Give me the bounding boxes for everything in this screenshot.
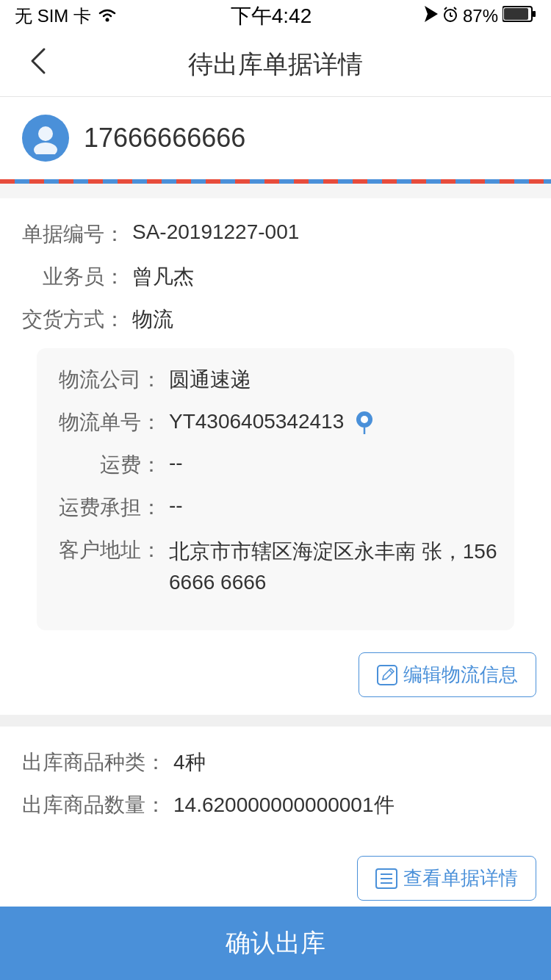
goods-section: 出库商品种类： 4种 出库商品数量： 14.620000000000001件 (0, 727, 551, 841)
map-pin-icon[interactable] (351, 408, 378, 435)
alarm-icon (442, 6, 458, 26)
customer-phone: 17666666666 (84, 123, 245, 154)
svg-line-6 (454, 7, 456, 10)
confirm-button[interactable]: 确认出库 (0, 907, 551, 980)
address-value: 北京市市辖区海淀区永丰南 张，156 6666 6666 (169, 536, 500, 598)
svg-rect-9 (533, 11, 536, 17)
status-right: 87% (425, 6, 536, 26)
goods-type-label: 出库商品种类： (22, 749, 166, 777)
basic-info-section: 单据编号： SA-20191227-001 业务员： 曾凡杰 交货方式： 物流 … (0, 198, 551, 638)
salesman-label: 业务员： (22, 263, 125, 291)
logistics-card: 物流公司： 圆通速递 物流单号： YT4306405342413 运费： -- (37, 348, 514, 630)
status-bar: 无 SIM 卡 下午4:42 87% (0, 0, 551, 32)
goods-quantity-value: 14.620000000000001件 (173, 791, 529, 819)
goods-quantity-row: 出库商品数量： 14.620000000000001件 (22, 791, 529, 819)
svg-point-11 (34, 143, 57, 154)
back-button[interactable] (22, 39, 54, 90)
wifi-icon (97, 6, 118, 26)
logistics-company-label: 物流公司： (51, 366, 162, 394)
svg-rect-8 (504, 8, 528, 20)
delivery-row: 交货方式： 物流 (22, 306, 529, 334)
freight-bearer-label: 运费承担： (51, 494, 162, 522)
address-label: 客户地址： (51, 536, 162, 564)
order-no-value: SA-20191227-001 (132, 220, 529, 244)
status-time: 下午4:42 (231, 2, 312, 30)
logistics-tracking-row: 物流单号： YT4306405342413 (51, 408, 500, 436)
salesman-row: 业务员： 曾凡杰 (22, 263, 529, 291)
delivery-label: 交货方式： (22, 306, 125, 334)
edit-logistics-button[interactable]: 编辑物流信息 (359, 652, 536, 697)
edit-icon (377, 665, 397, 685)
list-icon (375, 868, 397, 889)
svg-point-0 (106, 18, 109, 22)
logistics-tracking-label: 物流单号： (51, 408, 162, 436)
page-title: 待出库单据详情 (188, 48, 363, 82)
goods-type-value: 4种 (173, 749, 529, 777)
nav-bar: 待出库单据详情 (0, 32, 551, 97)
view-details-button[interactable]: 查看单据详情 (357, 856, 536, 901)
content: 17666666666 单据编号： SA-20191227-001 业务员： 曾… (0, 97, 551, 980)
freight-bearer-row: 运费承担： -- (51, 494, 500, 522)
freight-row: 运费： -- (51, 451, 500, 479)
svg-rect-15 (378, 666, 397, 685)
logistics-company-row: 物流公司： 圆通速递 (51, 366, 500, 394)
svg-point-10 (38, 126, 53, 141)
status-left: 无 SIM 卡 (15, 4, 118, 28)
view-details-label: 查看单据详情 (403, 865, 518, 891)
svg-marker-1 (425, 6, 438, 22)
dashed-divider (0, 179, 551, 184)
freight-bearer-value: -- (169, 494, 500, 517)
battery-icon (503, 6, 536, 26)
order-no-row: 单据编号： SA-20191227-001 (22, 220, 529, 248)
customer-header: 17666666666 (0, 97, 551, 179)
confirm-label: 确认出库 (226, 926, 325, 960)
goods-type-row: 出库商品种类： 4种 (22, 749, 529, 777)
logistics-tracking-value: YT4306405342413 (169, 408, 500, 435)
location-status-icon (425, 6, 438, 26)
section-divider-1 (0, 715, 551, 727)
edit-logistics-label: 编辑物流信息 (403, 662, 518, 688)
freight-label: 运费： (51, 451, 162, 479)
salesman-value: 曾凡杰 (132, 263, 529, 291)
goods-quantity-label: 出库商品数量： (22, 791, 166, 819)
freight-value: -- (169, 451, 500, 475)
address-row: 客户地址： 北京市市辖区海淀区永丰南 张，156 6666 6666 (51, 536, 500, 598)
carrier-text: 无 SIM 卡 (15, 4, 91, 28)
svg-point-13 (361, 416, 368, 423)
svg-line-5 (444, 7, 447, 10)
logistics-company-value: 圆通速递 (169, 366, 500, 394)
order-no-label: 单据编号： (22, 220, 125, 248)
svg-line-16 (389, 670, 392, 673)
delivery-value: 物流 (132, 306, 529, 334)
avatar (22, 115, 69, 162)
battery-percent: 87% (463, 6, 498, 26)
edit-button-row: 编辑物流信息 (0, 638, 551, 715)
